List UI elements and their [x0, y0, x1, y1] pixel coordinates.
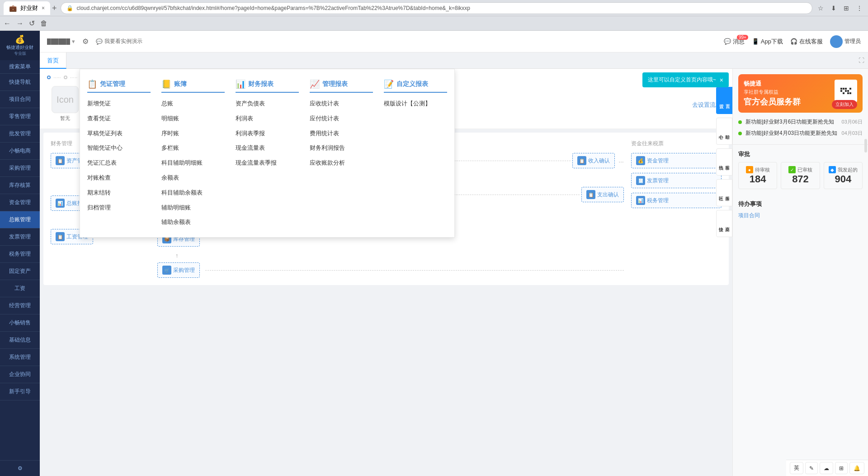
- todo-item-project[interactable]: 项目合同: [738, 212, 863, 219]
- sidebar-item-purchase[interactable]: 采购管理: [0, 160, 40, 177]
- sidebar-item-quick-nav[interactable]: 快捷导航: [0, 74, 40, 91]
- dropdown-item-receivable-stats[interactable]: 应收统计表: [310, 96, 373, 111]
- tax-mgmt-btn[interactable]: 📊 税务管理: [631, 193, 722, 208]
- dropdown-item-subject-detail[interactable]: 科目辅助明细账: [161, 156, 225, 171]
- sidebar-item-finance[interactable]: 资金管理: [0, 194, 40, 211]
- online-service-btn[interactable]: 🎧 在线客服: [790, 38, 823, 46]
- sra-home-settings[interactable]: 首页设置: [716, 87, 732, 114]
- dropdown-item-receivable-analysis[interactable]: 应收账款分析: [310, 156, 373, 171]
- extensions-btn[interactable]: ⊞: [842, 4, 851, 13]
- dropdown-item-cashflow-quarterly[interactable]: 现金流量表季报: [236, 156, 299, 171]
- activity-date-2: 04月03日: [842, 130, 863, 137]
- sra-desktop-shortcut[interactable]: 桌面快捷: [716, 210, 732, 237]
- bottom-btn-notification[interactable]: 🔔: [849, 462, 864, 474]
- message-btn[interactable]: 💬 消息 99+: [724, 38, 745, 46]
- sidebar-search[interactable]: 搜索菜单: [0, 60, 40, 74]
- address-bar[interactable]: 🔒 cloud.chanjet.com/cc/u6d89qwnryel/57bf…: [61, 2, 812, 14]
- dropdown-item-general-ledger[interactable]: 总账: [161, 96, 225, 111]
- dropdown-header-mgmt: 📈 管理报表: [310, 76, 373, 93]
- dropdown-item-view-voucher[interactable]: 查看凭证: [87, 111, 151, 126]
- refresh-btn[interactable]: ↺: [29, 19, 35, 28]
- forward-btn[interactable]: →: [16, 19, 24, 28]
- demo-btn[interactable]: 💬 我要看实例演示: [96, 38, 142, 45]
- user-avatar[interactable]: 管理员: [830, 35, 861, 48]
- dropdown-item-income-stmt[interactable]: 利润表: [236, 111, 299, 126]
- dropdown-item-aux-balance[interactable]: 辅助余额表: [161, 215, 225, 230]
- sidebar-item-payroll[interactable]: 工资: [0, 280, 40, 297]
- dropdown-item-add-voucher[interactable]: 新增凭证: [87, 96, 151, 111]
- sidebar-item-system[interactable]: 系统管理: [0, 349, 40, 366]
- tab-close-btn[interactable]: ×: [42, 5, 45, 11]
- expand-icon[interactable]: ⛶: [859, 57, 864, 64]
- dropdown-item-balance[interactable]: 余额表: [161, 171, 225, 186]
- dropdown-item-voucher-summary[interactable]: 凭证汇总表: [87, 156, 151, 171]
- sidebar-item-fixed-assets[interactable]: 固定资产: [0, 263, 40, 280]
- sidebar-item-retail[interactable]: 零售管理: [0, 108, 40, 125]
- settings-btn[interactable]: ⋮: [854, 4, 864, 13]
- sidebar-item-project-contract[interactable]: 项目合同: [0, 91, 40, 108]
- bottom-btn-cloud[interactable]: ☁: [820, 462, 833, 474]
- dropdown-item-subject-balance[interactable]: 科目辅助余额表: [161, 186, 225, 200]
- capital-mgmt-btn[interactable]: 💰 资金管理: [631, 153, 722, 168]
- sidebar-item-mini-sales[interactable]: 小畅销售: [0, 314, 40, 332]
- bookmark-btn[interactable]: ☆: [816, 4, 826, 13]
- bottom-btn-grid[interactable]: ⊞: [835, 462, 848, 474]
- dropdown-item-smart-voucher[interactable]: 智能凭证中心: [87, 141, 151, 156]
- expense-confirm-btn[interactable]: 📋 支出确认: [581, 187, 624, 202]
- dropdown-item-archive[interactable]: 归档管理: [87, 200, 151, 215]
- sidebar-item-invoice[interactable]: 发票管理: [0, 228, 40, 246]
- dropdown-item-balance-sheet[interactable]: 资产负债表: [236, 96, 299, 111]
- sidebar-item-newbie[interactable]: 新手引导: [0, 383, 40, 400]
- sidebar-item-company-coop[interactable]: 企业协同: [0, 366, 40, 383]
- purchase-mgmt-btn[interactable]: 🛒 采购管理: [157, 262, 200, 278]
- sidebar-item-label: 税务管理: [9, 250, 31, 258]
- sidebar-item-basic-info[interactable]: 基础信息: [0, 332, 40, 349]
- dropdown-item-payable-stats[interactable]: 应付统计表: [310, 111, 373, 126]
- dropdown-item-detail-ledger[interactable]: 明细账: [161, 111, 225, 126]
- settings-gear-icon[interactable]: ⚙: [82, 37, 89, 46]
- dropdown-item-aux-detail[interactable]: 辅助明细账: [161, 200, 225, 215]
- sra-service-hotline[interactable]: 客服热线: [716, 148, 732, 176]
- new-tab-btn[interactable]: +: [52, 4, 57, 12]
- tip-close-btn[interactable]: ×: [720, 76, 723, 84]
- delete-history-btn[interactable]: 🗑: [40, 19, 47, 28]
- pending-icon: ●: [746, 166, 753, 173]
- dropdown-item-draft-voucher[interactable]: 草稿凭证列表: [87, 126, 151, 141]
- sra-help-center[interactable]: 帮助中心: [716, 118, 732, 145]
- sidebar-item-inventory[interactable]: 库存核算: [0, 177, 40, 194]
- dropdown-item-profit-report[interactable]: 财务利润报告: [310, 141, 373, 156]
- income-confirm-btn[interactable]: 📋 收入确认: [572, 153, 615, 168]
- sidebar-item-wholesale[interactable]: 批发管理: [0, 125, 40, 143]
- approval-card-done[interactable]: ✓ 已审核 872: [781, 162, 820, 189]
- app-download-btn[interactable]: 📱 App下载: [752, 38, 783, 46]
- download-btn[interactable]: ⬇: [829, 4, 838, 13]
- sra-community[interactable]: 服务社区: [716, 179, 732, 206]
- sidebar-settings-btn[interactable]: ⚙: [0, 460, 40, 476]
- company-selector[interactable]: ██████ ▾: [47, 38, 75, 45]
- active-tab[interactable]: 💼 好业财 ×: [4, 1, 50, 15]
- approval-card-pending[interactable]: ● 待审核 184: [738, 162, 777, 189]
- sidebar-item-ecom[interactable]: 小畅电商: [0, 143, 40, 160]
- dropdown-item-income-quarterly[interactable]: 利润表季报: [236, 126, 299, 141]
- join-group-btn[interactable]: 立刻加入: [832, 100, 857, 109]
- invoice-mgmt-btn[interactable]: 🧾 发票管理: [631, 173, 722, 188]
- sidebar-item-ledger[interactable]: 总账管理: [0, 211, 40, 228]
- icon-tile-1[interactable]: Icon 暂无: [47, 86, 83, 124]
- back-btn[interactable]: ←: [4, 19, 11, 28]
- sidebar-logo[interactable]: 💰 畅捷通好业财 专业版: [0, 31, 40, 60]
- dropdown-item-template-design[interactable]: 模版设计【公测】: [384, 96, 447, 111]
- dropdown-item-multi-col[interactable]: 多栏账: [161, 141, 225, 156]
- sidebar-item-tax[interactable]: 税务管理: [0, 246, 40, 263]
- dropdown-item-expense-stats[interactable]: 费用统计表: [310, 126, 373, 141]
- tab-home[interactable]: 首页: [40, 52, 66, 69]
- dropdown-item-cashflow[interactable]: 现金流量表: [236, 141, 299, 156]
- bottom-btn-lang[interactable]: 英: [790, 462, 803, 474]
- dropdown-item-period-end[interactable]: 期末结转: [87, 186, 151, 200]
- bottom-btn-edit[interactable]: ✎: [805, 462, 818, 474]
- sidebar-item-ops[interactable]: 经营管理: [0, 297, 40, 314]
- approval-card-initiated[interactable]: ◆ 我发起的 904: [824, 162, 863, 189]
- dropdown-item-reconcile[interactable]: 对账检查: [87, 171, 151, 186]
- dropdown-item-journal[interactable]: 序时账: [161, 126, 225, 141]
- step-dot-2: [64, 76, 67, 79]
- activity-banner: 畅捷通 享社群专属权益 官方会员服务群 立刻加入: [738, 74, 863, 113]
